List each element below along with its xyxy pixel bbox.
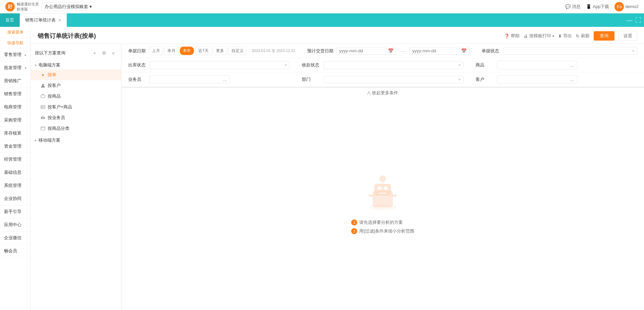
doc-status-dropdown[interactable]: [506, 48, 631, 53]
sidebar-item-wholesale[interactable]: 批发管理 ▾: [0, 61, 31, 74]
scheme-item-by-customer-goods[interactable]: 按客户+商品: [31, 102, 121, 112]
scheme-item-by-salesman[interactable]: 按业务员: [31, 112, 121, 123]
sidebar-item-sales[interactable]: 销售管理: [0, 88, 31, 101]
refresh-btn[interactable]: ↻ 刷新: [576, 33, 590, 39]
customer-more-icon[interactable]: ...: [570, 76, 575, 83]
sidebar-item-marketing[interactable]: 营销推广: [0, 74, 31, 88]
export-btn[interactable]: ⬇ 导出: [558, 33, 572, 39]
section-collapsed-icon: ▸: [35, 139, 37, 142]
sidebar-item-finance[interactable]: 资金管理: [0, 140, 31, 153]
scheme-settings-btn[interactable]: ⚙: [100, 49, 108, 57]
customer-input[interactable]: ...: [497, 75, 578, 84]
scheme-collapse-btn[interactable]: «: [110, 49, 117, 57]
filter-cell-goods: 商品 ...: [476, 61, 637, 69]
sidebar-item-app-center[interactable]: 应用中心: [0, 218, 31, 231]
scheme-panel-header: 按以下方案查询 + ⚙ «: [31, 47, 121, 59]
filter-row-1: 单据日期 上月 本月 本年 近7天 更多 自定义 2023-01-0: [121, 44, 644, 58]
tab-close-btn[interactable]: ×: [58, 18, 61, 22]
print-btn[interactable]: 🖨 按模板打印 ▾: [524, 33, 554, 39]
sidebar-item-ecommerce[interactable]: 电商管理: [0, 101, 31, 114]
settings-btn[interactable]: 设置: [619, 31, 637, 41]
chevron-down-icon-dept: ▾: [459, 77, 461, 82]
help-btn[interactable]: ❓ 帮助: [504, 33, 520, 39]
doc-status-select[interactable]: ▾: [503, 47, 637, 55]
sidebar-item-inventory[interactable]: 库存核算: [0, 127, 31, 140]
filter-cell-salesman: 业务员 ...: [128, 75, 290, 84]
sidebar-item-purchase[interactable]: 采购管理: [0, 114, 31, 127]
svg-rect-1: [41, 95, 45, 98]
message-btn[interactable]: 💬 消息: [565, 4, 581, 10]
salesman-more-icon[interactable]: ...: [223, 76, 227, 83]
scheme-mobile-section: ▸ 移动端方案: [31, 136, 121, 145]
sidebar-item-new-guide[interactable]: 新手引导: [0, 205, 31, 218]
svg-rect-15: [384, 187, 388, 190]
page-actions: ❓ 帮助 🖨 按模板打印 ▾ ⬇ 导出 ↻ 刷新 查询 设置: [504, 31, 637, 41]
content-area: 销售订单统计表(按单) ❓ 帮助 🖨 按模板打印 ▾ ⬇ 导出 ↻ 刷新: [31, 27, 644, 310]
goods-more-icon[interactable]: ...: [570, 62, 575, 68]
empty-illustration: [363, 174, 403, 214]
sidebar-item-management[interactable]: 经营管理: [0, 153, 31, 166]
goods-input[interactable]: ...: [497, 61, 578, 69]
scheme-item-by-goods[interactable]: 按商品: [31, 91, 121, 102]
tab-expand-btn[interactable]: ⛶: [635, 17, 641, 24]
logo-icon: 好: [5, 2, 15, 11]
expected-date-to-input[interactable]: [412, 48, 461, 53]
receipt-status-dropdown[interactable]: [326, 63, 457, 68]
dept-dropdown[interactable]: [326, 77, 457, 82]
sidebar-item-basic-info[interactable]: 基础信息: [0, 166, 31, 179]
tab-sales-order-stats[interactable]: 销售订单统计表 ×: [20, 13, 67, 27]
sidebar-quick-nav[interactable]: 快捷导航: [0, 38, 31, 48]
customer-search-input[interactable]: [500, 77, 570, 82]
svg-rect-8: [44, 117, 45, 119]
sidebar-search[interactable]: 搜索菜单: [0, 27, 31, 38]
sidebar-item-system[interactable]: 系统管理: [0, 179, 31, 192]
out-status-dropdown[interactable]: [153, 63, 283, 68]
expected-date-to[interactable]: 📅: [409, 47, 470, 55]
date-btn-this-year[interactable]: 本年: [180, 47, 194, 55]
date-btn-this-month[interactable]: 本月: [164, 47, 178, 55]
app-download-btn[interactable]: 📱 App下载: [586, 4, 609, 10]
expected-date-from[interactable]: 📅: [336, 47, 396, 55]
empty-tip-2: 2 用[过滤]条件来缩小分析范围: [351, 228, 414, 234]
date-btn-custom[interactable]: 自定义: [228, 47, 247, 55]
calendar-icon-2: 📅: [461, 48, 467, 53]
dept-select[interactable]: ▾: [323, 76, 464, 84]
filter-row-3: 业务员 ... 部门 ▾: [121, 72, 644, 87]
goods-search-input[interactable]: [500, 63, 570, 68]
action-row: ⋀ 收起更多条件: [121, 87, 644, 98]
date-btn-more[interactable]: 更多: [213, 47, 227, 55]
scheme-item-by-order[interactable]: ● 按单: [31, 69, 121, 80]
sidebar-item-enterprise-collab[interactable]: 企业协同: [0, 192, 31, 205]
scheme-section-toggle[interactable]: ▾ 电脑端方案: [31, 61, 121, 69]
collapse-arrow-icon: ⋀: [367, 91, 371, 95]
top-bar-left: 好 畅捷通好生意 标准版 办公用品行业模拟账套 ▾: [5, 2, 95, 11]
salesman-search-input[interactable]: [153, 77, 223, 82]
scheme-item-by-goods-category[interactable]: 按商品分类: [31, 123, 121, 134]
tab-home[interactable]: 首页: [0, 13, 20, 27]
sidebar-item-enterprise-wechat[interactable]: 企业微信: [0, 231, 31, 245]
scheme-add-btn[interactable]: +: [91, 49, 98, 57]
filter-cell-dept: 部门 ▾: [302, 76, 464, 84]
scheme-item-by-customer[interactable]: 按客户: [31, 80, 121, 91]
expected-date-from-input[interactable]: [339, 48, 388, 53]
chevron-down-icon-out: ▾: [285, 63, 287, 67]
logo-text: 畅捷通好生意 标准版: [17, 2, 39, 11]
date-separator: —: [399, 48, 407, 54]
svg-rect-9: [41, 127, 45, 130]
sidebar-item-retail[interactable]: 零售管理 ▸: [0, 48, 31, 61]
top-bar-right: 💬 消息 📱 App下载 Ea demo2: [565, 2, 639, 11]
date-btn-7days[interactable]: 近7天: [195, 47, 212, 55]
salesman-input[interactable]: ...: [150, 75, 230, 84]
account-selector[interactable]: 办公用品行业模拟账套 ▾: [42, 2, 95, 11]
out-status-select[interactable]: ▾: [150, 61, 290, 69]
sidebar-item-member[interactable]: 畅会员: [0, 245, 31, 258]
scheme-mobile-toggle[interactable]: ▸ 移动端方案: [31, 136, 121, 145]
date-btn-last-month[interactable]: 上月: [149, 47, 163, 55]
collapse-filter-btn[interactable]: ⋀ 收起更多条件: [367, 90, 398, 96]
receipt-status-select[interactable]: ▾: [323, 61, 464, 69]
query-btn[interactable]: 查询: [594, 31, 614, 41]
filter-cell-expected-date: 预计交货日期 📅 — 📅: [307, 47, 470, 55]
tab-minimize-btn[interactable]: —: [627, 17, 633, 24]
date-range-text: 2023-01-01 至 2023-12-31: [252, 48, 296, 53]
user-profile[interactable]: Ea demo2: [614, 2, 639, 11]
